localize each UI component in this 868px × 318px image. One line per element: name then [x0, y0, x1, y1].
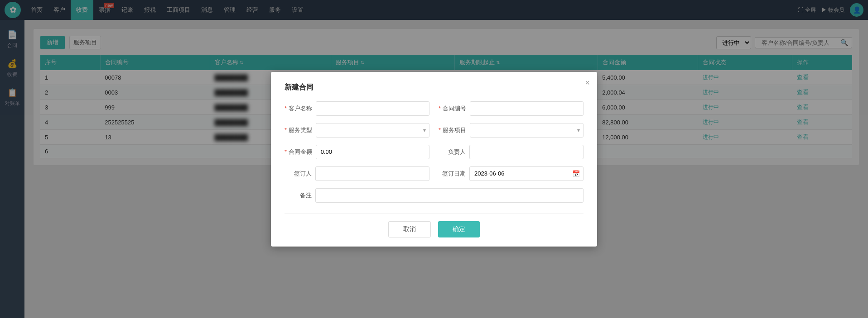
- service-type-select[interactable]: [316, 123, 429, 138]
- contract-amount-input[interactable]: [316, 145, 429, 159]
- form-group-signer: 签订人: [285, 166, 429, 181]
- contract-no-label: 合同编号: [439, 104, 466, 113]
- sign-date-wrapper: 📅: [469, 166, 583, 181]
- cancel-button[interactable]: 取消: [388, 221, 431, 237]
- modal-footer: 取消 确定: [285, 214, 583, 237]
- form-group-service-item: 服务项目: [439, 123, 583, 138]
- form-group-service-type: 服务类型: [285, 123, 429, 138]
- responsible-person-input[interactable]: [469, 145, 583, 159]
- note-input[interactable]: [315, 188, 583, 203]
- service-item-label: 服务项目: [439, 126, 466, 134]
- modal-close-button[interactable]: ×: [585, 78, 590, 88]
- form-group-customer: 客户名称: [285, 101, 429, 116]
- form-row-4: 签订人 签订日期 📅: [285, 166, 583, 181]
- service-item-select-wrapper: [470, 123, 583, 138]
- modal-overlay: 新建合同 × 客户名称 合同编号 服务类型: [0, 0, 868, 318]
- customer-name-input[interactable]: [316, 101, 429, 116]
- customer-name-label: 客户名称: [285, 104, 312, 113]
- service-type-select-wrapper: [316, 123, 429, 138]
- form-group-sign-date: 签订日期 📅: [439, 166, 583, 181]
- responsible-person-label: 负责人: [439, 148, 466, 156]
- form-group-contract-no: 合同编号: [439, 101, 583, 116]
- form-row-2: 服务类型 服务项目: [285, 123, 583, 138]
- note-label: 备注: [285, 191, 312, 199]
- contract-no-input[interactable]: [470, 101, 583, 116]
- new-contract-modal: 新建合同 × 客户名称 合同编号 服务类型: [271, 72, 597, 247]
- form-row-1: 客户名称 合同编号: [285, 101, 583, 116]
- calendar-icon[interactable]: 📅: [572, 170, 580, 177]
- form-group-note: 备注: [285, 188, 583, 203]
- service-item-select[interactable]: [470, 123, 583, 138]
- form-row-3: 合同金额 负责人: [285, 145, 583, 159]
- service-type-label: 服务类型: [285, 126, 312, 134]
- form-group-responsible: 负责人: [439, 145, 583, 159]
- signer-input[interactable]: [315, 166, 429, 181]
- modal-title: 新建合同: [285, 83, 583, 92]
- form-row-5: 备注: [285, 188, 583, 203]
- form-group-amount: 合同金额: [285, 145, 429, 159]
- contract-amount-label: 合同金额: [285, 148, 312, 156]
- sign-date-input[interactable]: [469, 166, 583, 181]
- signer-label: 签订人: [285, 170, 312, 178]
- confirm-button[interactable]: 确定: [438, 221, 480, 237]
- sign-date-label: 签订日期: [439, 170, 466, 178]
